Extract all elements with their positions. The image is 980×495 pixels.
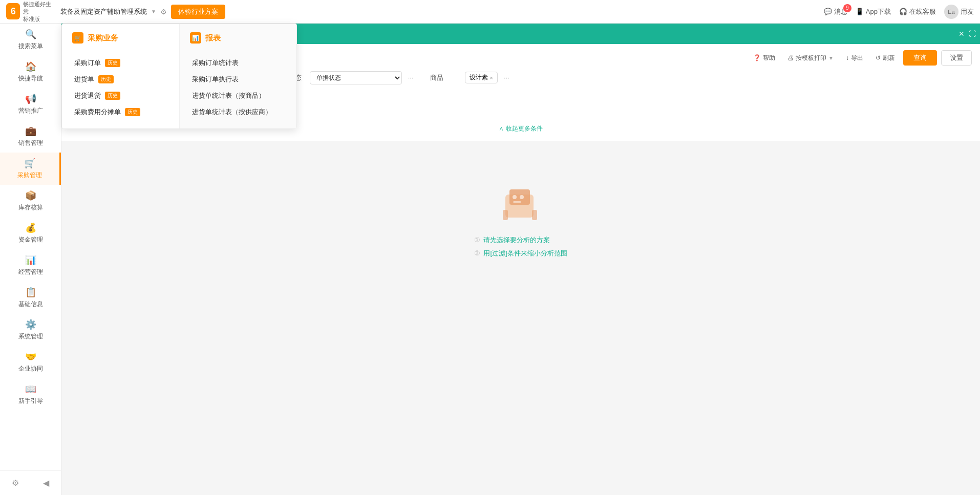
system-name-area: 装备及固定资产辅助管理系统 ▼ ⚙ 体验行业方案 [52, 5, 824, 19]
logo: 6 畅捷通好生意 标准版 [6, 1, 52, 23]
sidebar-item-sales[interactable]: 💼 销售管理 [0, 120, 61, 153]
tab-maximize-icon[interactable]: ⛶ [969, 30, 976, 38]
svg-rect-4 [513, 201, 521, 203]
sidebar-item-basic[interactable]: 📋 基础信息 [0, 282, 61, 314]
cart-icon: 🛒 [24, 158, 35, 169]
sidebar-item-purchase[interactable]: 🛒 采购管理 [0, 153, 61, 185]
home-icon: 🏠 [25, 61, 36, 72]
list-icon: 📋 [25, 287, 36, 298]
online-service-btn[interactable]: 🎧 在线客服 [899, 7, 936, 16]
empty-hint-2: ②用[过滤]条件来缩小分析范围 [474, 247, 567, 260]
empty-hints: ①请先选择要分析的方案 ②用[过滤]条件来缩小分析范围 [474, 233, 567, 260]
svg-point-2 [513, 195, 517, 199]
refresh-btn[interactable]: ↺ 刷新 [871, 52, 899, 64]
purchase-dropdown-menu: 🛒 采购业务 采购订单 历史 进货单 历史 进货退货 历史 采购费用分摊单 历史… [61, 24, 297, 129]
sidebar-item-quicknav[interactable]: 🏠 快捷导航 [0, 56, 61, 88]
message-btn[interactable]: 💬 消息 9 [824, 7, 847, 16]
help-icon: ❓ [753, 54, 761, 61]
chart-icon: 📊 [25, 254, 36, 266]
sidebar-collapse-btn[interactable]: ◀ [39, 476, 53, 490]
system-gear-icon[interactable]: ⚙ [160, 8, 167, 16]
history-badge-2: 历史 [105, 92, 120, 100]
history-badge-3: 历史 [125, 108, 140, 116]
message-icon: 💬 [824, 8, 832, 15]
product-label: 商品 [430, 73, 459, 82]
handshake-icon: 🤝 [25, 351, 36, 362]
filter-settings-btn[interactable]: 设置 [941, 50, 972, 66]
print-icon: 🖨 [787, 54, 794, 61]
refresh-icon: ↺ [876, 54, 881, 61]
doc-status-select[interactable]: 单据状态 [310, 71, 402, 84]
user-avatar-btn[interactable]: Ea 用友 [944, 5, 974, 19]
sidebar-item-inventory[interactable]: 📦 库存核算 [0, 185, 61, 217]
product-tag: 设计素 × [465, 72, 498, 83]
history-badge-0: 历史 [105, 59, 120, 67]
product-tag-close[interactable]: × [490, 75, 493, 81]
menu-item-inbound-stats-supplier[interactable]: 进货单统计表（按供应商） [190, 104, 289, 120]
print-btn[interactable]: 🖨 按模板打印 ▼ [783, 52, 838, 64]
menu-item-expense[interactable]: 采购费用分摊单 历史 [72, 104, 171, 120]
speaker-icon: 📢 [25, 93, 36, 104]
menu-item-inbound[interactable]: 进货单 历史 [72, 71, 171, 88]
gear-icon: ⚙️ [25, 319, 36, 330]
box-icon: 📦 [25, 190, 36, 201]
dropdown-col-report-title: 📊 报表 [190, 32, 289, 48]
phone-icon: 📱 [856, 8, 864, 15]
sidebar-item-system[interactable]: ⚙️ 系统管理 [0, 314, 61, 346]
tab-bar-right: ✕ ⛶ [958, 30, 976, 38]
purchase-col-icon: 🛒 [72, 32, 83, 44]
dropdown-col-report: 📊 报表 采购订单统计表 采购订单执行表 进货单统计表（按商品） 进货单统计表（… [179, 24, 297, 128]
system-name: 装备及固定资产辅助管理系统 [60, 7, 147, 16]
sidebar-item-marketing[interactable]: 📢 营销推广 [0, 88, 61, 120]
avatar: Ea [944, 5, 958, 19]
sidebar-item-guide[interactable]: 📖 新手引导 [0, 378, 61, 411]
print-dropdown-icon[interactable]: ▼ [828, 55, 834, 61]
logo-icon: 6 [6, 3, 20, 19]
query-btn[interactable]: 查询 [903, 50, 937, 66]
menu-item-return[interactable]: 进货退货 历史 [72, 88, 171, 104]
sidebar-item-operations[interactable]: 📊 经营管理 [0, 249, 61, 282]
svg-rect-5 [503, 210, 508, 220]
export-icon: ↓ [846, 54, 849, 61]
empty-illustration [495, 184, 546, 225]
empty-state: ①请先选择要分析的方案 ②用[过滤]条件来缩小分析范围 [61, 143, 980, 301]
menu-item-po-exec[interactable]: 采购订单执行表 [190, 71, 289, 88]
message-badge: 9 [843, 4, 851, 12]
sidebar-item-finance[interactable]: 💰 资金管理 [0, 217, 61, 249]
system-dropdown-arrow[interactable]: ▼ [151, 9, 156, 14]
menu-item-purchase-order[interactable]: 采购订单 历史 [72, 55, 171, 71]
collapse-arrow-up: ∧ [499, 125, 504, 132]
sidebar: 🔍 搜索菜单 🏠 快捷导航 📢 营销推广 💼 销售管理 🛒 采购管理 📦 库存核… [0, 24, 61, 495]
dropdown-col-business: 🛒 采购业务 采购订单 历史 进货单 历史 进货退货 历史 采购费用分摊单 历史 [62, 24, 179, 128]
empty-hint-1: ①请先选择要分析的方案 [474, 233, 567, 247]
svg-rect-6 [532, 210, 537, 220]
svg-point-3 [520, 195, 524, 199]
headset-icon: 🎧 [899, 8, 907, 15]
menu-item-inbound-stats-product[interactable]: 进货单统计表（按商品） [190, 88, 289, 104]
sidebar-item-enterprise[interactable]: 🤝 企业协同 [0, 346, 61, 378]
history-badge-1: 历史 [98, 75, 114, 83]
menu-item-po-stats[interactable]: 采购订单统计表 [190, 55, 289, 71]
doc-status-more-icon[interactable]: ··· [408, 74, 414, 81]
doc-status-select-wrap: 单据状态 [310, 71, 402, 84]
help-btn[interactable]: ❓ 帮助 [749, 52, 779, 64]
report-col-icon: 📊 [190, 32, 201, 44]
industry-btn[interactable]: 体验行业方案 [171, 5, 225, 19]
dropdown-col-business-title: 🛒 采购业务 [72, 32, 171, 48]
tab-close-all-icon[interactable]: ✕ [958, 30, 965, 38]
search-icon: 🔍 [25, 29, 36, 40]
product-more-icon[interactable]: ··· [504, 74, 509, 81]
logo-text: 畅捷通好生意 标准版 [23, 1, 52, 23]
briefcase-icon: 💼 [25, 125, 36, 137]
sidebar-footer: ⚙ ◀ [0, 470, 61, 495]
money-icon: 💰 [25, 222, 36, 233]
export-btn[interactable]: ↓ 导出 [842, 52, 867, 64]
topbar-right: 💬 消息 9 📱 App下载 🎧 在线客服 Ea 用友 [824, 5, 974, 19]
sidebar-item-search[interactable]: 🔍 搜索菜单 [0, 24, 61, 56]
topbar: 6 畅捷通好生意 标准版 装备及固定资产辅助管理系统 ▼ ⚙ 体验行业方案 💬 … [0, 0, 980, 24]
app-download-btn[interactable]: 📱 App下载 [856, 7, 891, 16]
sidebar-settings-btn[interactable]: ⚙ [8, 476, 23, 490]
book-icon: 📖 [25, 383, 36, 395]
